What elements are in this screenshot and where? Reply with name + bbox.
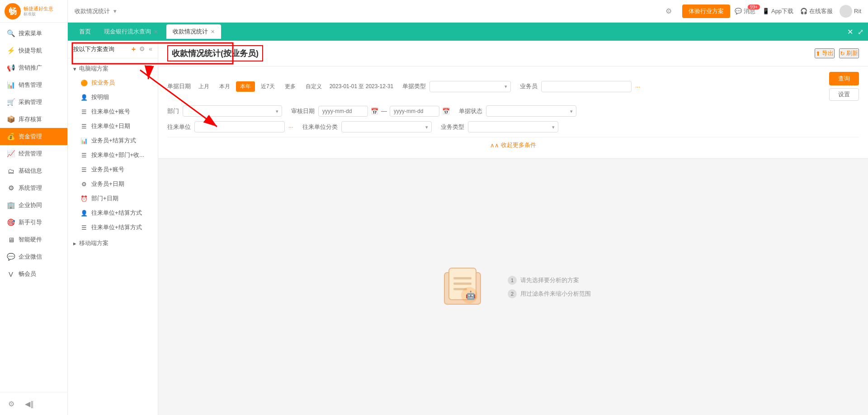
mobile-scheme-group-title[interactable]: ▸ 移动端方案 (68, 236, 158, 250)
sidebar-item-newbie[interactable]: 🎯 新手引导 (0, 214, 67, 231)
sidebar-item-inventory[interactable]: 📦 库存核算 (0, 111, 67, 128)
logo-badge: 标准版 (24, 12, 53, 17)
tree-item-by-detail[interactable]: 👤 按明细 (68, 90, 158, 104)
tree-item-by-partner-dept[interactable]: ☰ 按来单位+部门+收... (68, 148, 158, 162)
sidebar-item-purchase[interactable]: 🛒 采购管理 (0, 94, 67, 111)
tree-item-salesperson-account[interactable]: ☰ 业务员+账号 (68, 162, 158, 177)
this-month-tab[interactable]: 本月 (215, 81, 234, 92)
sidebar-settings-btn[interactable]: ⚙ (5, 397, 18, 410)
tree-item-partner-settle2[interactable]: ☰ 往来单位+结算方式 (68, 220, 158, 235)
refresh-button[interactable]: ↻ 刷新 (839, 48, 859, 58)
dept-filter: 部门 (167, 105, 282, 117)
left-panel-header: 按以下方案查询 + ⚙ « (68, 41, 158, 58)
message-btn[interactable]: 💬 消息 99+ (735, 7, 755, 15)
settings-button[interactable]: 设置 (829, 88, 859, 101)
sidebar-item-member[interactable]: V 畅会员 (0, 265, 67, 283)
audit-from-calendar-icon[interactable]: 📅 (371, 108, 378, 115)
pc-group-arrow[interactable]: ▾ (73, 66, 76, 72)
tree-item-partner-date[interactable]: ☰ 往来单位+日期 (68, 119, 158, 133)
partner-settle2-icon: ☰ (80, 224, 88, 231)
collection-tab-close[interactable]: ✕ (211, 29, 215, 35)
add-scheme-icon[interactable]: + (132, 45, 136, 53)
export-button[interactable]: ⬆ 导出 (815, 48, 835, 58)
last-7days-tab[interactable]: 近7天 (257, 81, 279, 92)
mobile-group-label: 移动端方案 (79, 239, 108, 247)
partner-more-icon[interactable]: ··· (288, 123, 293, 130)
more-tab[interactable]: 更多 (281, 81, 300, 92)
sidebar-item-finance[interactable]: 💰 资金管理 (0, 128, 67, 145)
partner-date-icon: ☰ (80, 123, 88, 130)
user-avatar-btn[interactable]: Rit (840, 5, 861, 18)
sidebar-item-weixin[interactable]: 💬 企业微信 (0, 248, 67, 265)
sidebar-item-label: 新手引导 (19, 218, 42, 226)
scheme-tree: ▾ 电脑端方案 🟠 按业务员 👤 按明细 ☰ 往来单位+账号 (68, 58, 158, 415)
query-button[interactable]: 查询 (829, 72, 859, 85)
sidebar-item-basicinfo[interactable]: 🗂 基础信息 (0, 162, 67, 179)
logo-name: 畅捷通好生意 (24, 5, 53, 12)
online-service-btn[interactable]: 🎧 在线客服 (800, 7, 833, 15)
sidebar-item-operation[interactable]: 📈 经营管理 (0, 145, 67, 162)
tab-maximize-icon[interactable]: ⤢ (858, 28, 863, 36)
finance-icon: 💰 (7, 132, 15, 141)
sidebar-collapse-btn[interactable]: ◀‖ (23, 397, 36, 410)
bankflow-tab-close[interactable]: ✕ (154, 29, 158, 35)
sidebar-item-marketing[interactable]: 📢 营销推广 (0, 59, 67, 76)
last-month-tab[interactable]: 上月 (194, 81, 213, 92)
dept-date-icon: ⏰ (80, 195, 88, 202)
salesperson-input[interactable] (541, 81, 632, 92)
salesperson-more-icon[interactable]: ··· (635, 83, 640, 90)
dept-select[interactable] (183, 105, 282, 117)
tab-home[interactable]: 首页 (75, 24, 95, 39)
tab-bankflow[interactable]: 现金银行流水查询 ✕ (98, 24, 164, 39)
username-label: Rit (854, 8, 861, 14)
tree-item-partner-account[interactable]: ☰ 往来单位+账号 (68, 104, 158, 119)
tab-collection[interactable]: 收款情况统计 ✕ (166, 24, 221, 39)
scheme-settings-icon[interactable]: ⚙ (139, 45, 145, 53)
pc-group-label: 电脑端方案 (79, 65, 108, 73)
filter-actions: 查询 设置 (829, 72, 859, 101)
breadcrumb-dropdown-icon[interactable]: ▾ (113, 8, 117, 14)
doc-type-select[interactable] (429, 81, 511, 92)
salesperson-account-icon: ☰ (80, 166, 88, 173)
quicknav-icon: ⚡ (7, 47, 15, 55)
newbie-icon: 🎯 (7, 218, 15, 226)
tree-item-salesperson-date[interactable]: ⚙ 业务员+日期 (68, 177, 158, 191)
audit-date-from-input[interactable] (318, 106, 368, 117)
biz-type-select[interactable] (468, 121, 558, 132)
topbar-settings-icon[interactable]: ⚙ (662, 5, 675, 18)
pc-scheme-group-title[interactable]: ▾ 电脑端方案 (68, 62, 158, 75)
partner-input[interactable] (194, 121, 285, 132)
app-download-btn[interactable]: 📱 App下载 (762, 7, 793, 15)
sidebar-item-search[interactable]: 🔍 搜索菜单 (0, 25, 67, 42)
collection-tab-label: 收款情况统计 (173, 28, 208, 36)
tab-minimize-icon[interactable]: ✕ (847, 28, 853, 36)
mobile-group-arrow[interactable]: ▸ (73, 240, 76, 247)
svg-text:🤖: 🤖 (466, 290, 476, 300)
main-area: 收款情况统计 ▾ ⚙ 体验行业方案 💬 消息 99+ 📱 App下载 🎧 在线客… (68, 0, 868, 415)
custom-tab[interactable]: 自定义 (302, 81, 326, 92)
collapse-more-btn[interactable]: ∧∧ 收起更多条件 (167, 137, 859, 153)
hardware-icon: 🖥 (7, 236, 15, 244)
logo-text-wrapper: 畅捷通好生意 标准版 (21, 5, 53, 17)
tree-item-label: 按业务员 (91, 79, 115, 87)
partner-category-select[interactable] (341, 121, 432, 132)
sidebar-item-enterprise[interactable]: 🏢 企业协同 (0, 197, 67, 214)
sidebar-item-label: 系统管理 (19, 184, 42, 192)
audit-date-to-input[interactable] (390, 106, 439, 117)
doc-status-select[interactable] (486, 105, 576, 117)
tree-item-by-salesperson[interactable]: 🟠 按业务员 (68, 75, 158, 90)
tree-item-salesperson-settle[interactable]: 📊 业务员+结算方式 (68, 133, 158, 148)
trial-button[interactable]: 体验行业方案 (682, 5, 730, 18)
this-year-tab[interactable]: 本年 (236, 81, 255, 92)
sidebar-item-system[interactable]: ⚙ 系统管理 (0, 179, 67, 197)
tree-item-partner-settle1[interactable]: 👤 往来单位+结算方式 (68, 206, 158, 220)
audit-to-calendar-icon[interactable]: 📅 (442, 108, 450, 115)
tree-item-dept-date[interactable]: ⏰ 部门+日期 (68, 191, 158, 206)
sidebar-item-quicknav[interactable]: ⚡ 快捷导航 (0, 42, 67, 59)
tabbar-right-actions: ✕ ⤢ (847, 28, 863, 36)
empty-state: 🤖 1 请先选择要分析的方案 2 用过滤条件来缩小分析范围 (435, 259, 591, 315)
sidebar-item-sales[interactable]: 📊 销售管理 (0, 76, 67, 94)
panel-collapse-icon[interactable]: « (149, 45, 152, 53)
sidebar-item-hardware[interactable]: 🖥 智能硬件 (0, 231, 67, 248)
filter-row-1: 单据日期 上月 本月 本年 近7天 更多 自定义 2023-01-01 至 (167, 72, 859, 101)
